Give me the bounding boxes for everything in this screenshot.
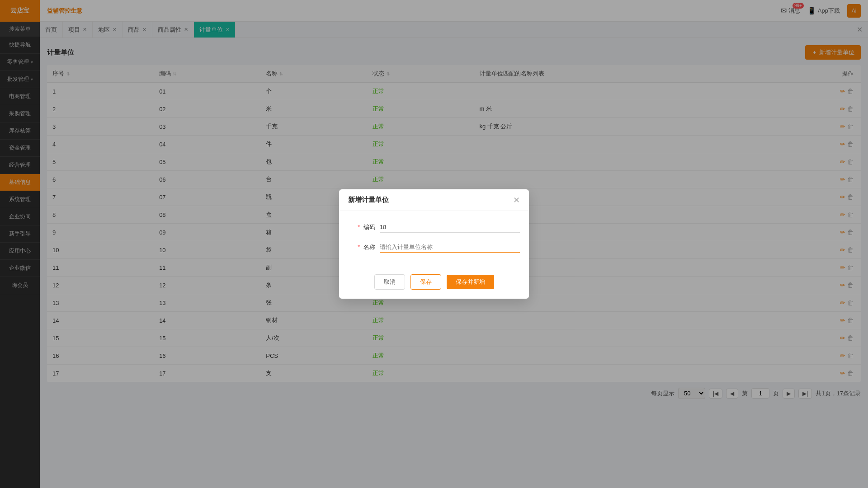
code-input[interactable]: [380, 222, 520, 233]
save-button[interactable]: 保存: [410, 274, 441, 290]
modal-header: 新增计量单位 ✕: [339, 189, 529, 211]
modal-footer: 取消 保存 保存并新增: [339, 269, 529, 299]
form-item-name: * 名称: [348, 242, 520, 253]
modal-title: 新增计量单位: [348, 196, 389, 204]
modal-body: * 编码 * 名称: [339, 211, 529, 269]
form-label-name: * 名称: [348, 243, 375, 251]
add-unit-modal: 新增计量单位 ✕ * 编码 * 名称 取消 保存 保存并新增: [339, 189, 529, 299]
save-and-new-button[interactable]: 保存并新增: [447, 275, 494, 289]
name-input[interactable]: [380, 242, 520, 253]
form-item-code: * 编码: [348, 222, 520, 233]
modal-overlay[interactable]: 新增计量单位 ✕ * 编码 * 名称 取消 保存 保存并新增: [0, 0, 868, 488]
cancel-button[interactable]: 取消: [374, 274, 405, 290]
modal-close-button[interactable]: ✕: [513, 196, 520, 204]
form-label-code: * 编码: [348, 223, 375, 231]
